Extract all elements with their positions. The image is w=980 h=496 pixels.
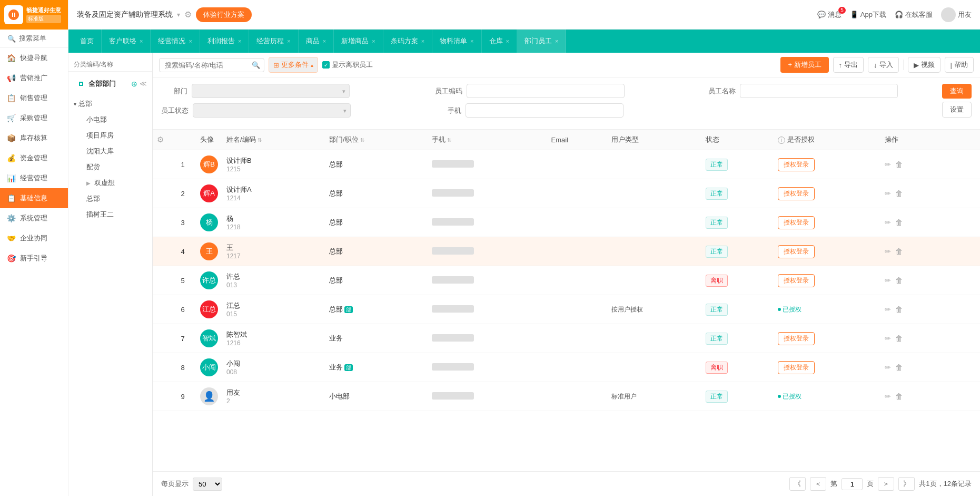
sidebar-item-marketing[interactable]: 📢 营销推广 xyxy=(0,68,68,88)
import-btn[interactable]: ↓ 导入 xyxy=(868,57,899,73)
dept-collapse-icon[interactable]: ≪ xyxy=(140,80,147,88)
th-name-sort[interactable]: 姓名/编码 ⇅ xyxy=(226,135,321,144)
auth-login-btn[interactable]: 授权登录 xyxy=(778,361,815,374)
auth-login-btn[interactable]: 授权登录 xyxy=(778,332,815,345)
filter-status-select[interactable] xyxy=(193,103,351,118)
show-inactive-label[interactable]: 显示离职员工 xyxy=(322,60,373,70)
dept-item-xiaodibu[interactable]: 小电部 xyxy=(79,112,152,128)
sidebar-item-corp-collab[interactable]: 🤝 企业协同 xyxy=(0,228,68,248)
col-settings-icon[interactable]: ⚙ xyxy=(157,135,164,144)
dept-search-input[interactable] xyxy=(74,61,153,68)
last-page-btn[interactable]: 》 xyxy=(898,477,915,491)
search-submit-icon[interactable]: 🔍 xyxy=(252,61,260,69)
filter-phone-input[interactable] xyxy=(466,103,623,118)
add-employee-btn[interactable]: + 新增员工 xyxy=(780,57,828,73)
dept-item-chashuwang[interactable]: 插树王二 xyxy=(79,207,152,222)
tab-op-history[interactable]: 经营历程 × xyxy=(249,30,298,53)
dept-item-xiangmu[interactable]: 项目库房 xyxy=(79,128,152,143)
sidebar-item-operation[interactable]: 📊 经营管理 xyxy=(0,168,68,188)
tab-operation-status[interactable]: 经营情况 × xyxy=(151,30,200,53)
tab-close-warehouse[interactable]: × xyxy=(506,38,509,44)
edit-icon[interactable]: ✏ xyxy=(885,392,891,401)
search-input[interactable] xyxy=(159,58,264,72)
dept-item-peihuo[interactable]: 配货 xyxy=(79,159,152,175)
edit-icon[interactable]: ✏ xyxy=(885,160,891,169)
tab-goods[interactable]: 商品 × xyxy=(299,30,334,53)
tab-close-op-status[interactable]: × xyxy=(189,38,192,44)
delete-icon[interactable]: 🗑 xyxy=(895,218,903,227)
online-service-item[interactable]: 🎧 在线客服 xyxy=(895,10,933,20)
edit-icon[interactable]: ✏ xyxy=(885,363,891,372)
app-download-item[interactable]: 📱 App下载 xyxy=(850,10,886,20)
edit-icon[interactable]: ✏ xyxy=(885,218,891,227)
tab-customer[interactable]: 客户联络 × xyxy=(102,30,151,53)
sidebar-item-quick-nav[interactable]: 🏠 快捷导航 xyxy=(0,48,68,68)
filter-empcode-input[interactable] xyxy=(467,84,625,98)
tab-close-bom[interactable]: × xyxy=(470,38,473,44)
sidebar-item-inventory[interactable]: 📦 库存核算 xyxy=(0,128,68,148)
edit-icon[interactable]: ✏ xyxy=(885,334,891,343)
sidebar-item-guide[interactable]: 🎯 新手引导 xyxy=(0,248,68,268)
video-btn[interactable]: ▶ 视频 xyxy=(908,57,941,73)
set-btn[interactable]: 设置 xyxy=(942,102,972,118)
page-input[interactable] xyxy=(842,478,863,490)
tab-profit[interactable]: 利润报告 × xyxy=(200,30,249,53)
first-page-btn[interactable]: 《 xyxy=(789,477,806,491)
tab-barcode[interactable]: 条码方案 × xyxy=(383,30,432,53)
tab-close-customer[interactable]: × xyxy=(140,38,143,44)
dept-add-icon[interactable]: ⊕ xyxy=(131,80,137,88)
auth-login-btn[interactable]: 授权登录 xyxy=(778,274,815,287)
more-conditions-btn[interactable]: ⊞ 更多条件 ▴ xyxy=(269,57,318,73)
topbar-dropdown-arrow[interactable]: ▾ xyxy=(177,11,180,18)
topbar-gear-icon[interactable]: ⚙ xyxy=(184,9,192,20)
page-size-select[interactable]: 50 20 100 xyxy=(193,478,222,491)
tab-bom[interactable]: 物料清单 × xyxy=(432,30,481,53)
sidebar-item-sales[interactable]: 📋 销售管理 xyxy=(0,88,68,108)
dept-tree-parent-zongbu[interactable]: ▾ 总部 xyxy=(68,96,152,112)
th-phone-sort[interactable]: 手机 ⇅ xyxy=(432,135,543,144)
delete-icon[interactable]: 🗑 xyxy=(895,363,903,372)
edit-icon[interactable]: ✏ xyxy=(885,305,891,314)
tab-warehouse[interactable]: 仓库 × xyxy=(482,30,517,53)
filter-empname-input[interactable] xyxy=(740,84,898,98)
tab-close-profit[interactable]: × xyxy=(238,38,241,44)
tab-add-goods[interactable]: 新增商品 × xyxy=(334,30,383,53)
show-inactive-checkbox[interactable] xyxy=(322,61,330,69)
search-menu-item[interactable]: 🔍 搜索菜单 xyxy=(0,30,68,48)
user-item[interactable]: 用友 xyxy=(941,7,972,22)
trial-btn[interactable]: 体验行业方案 xyxy=(196,7,252,22)
delete-icon[interactable]: 🗑 xyxy=(895,392,903,401)
info-icon[interactable]: i xyxy=(778,137,785,144)
next-page-btn[interactable]: ＞ xyxy=(878,477,894,491)
dept-item-shenyang[interactable]: 沈阳大库 xyxy=(79,143,152,159)
edit-icon[interactable]: ✏ xyxy=(885,189,891,198)
auth-login-btn[interactable]: 授权登录 xyxy=(778,158,815,171)
edit-icon[interactable]: ✏ xyxy=(885,276,891,285)
auth-login-btn[interactable]: 授权登录 xyxy=(778,187,815,200)
query-btn[interactable]: 查询 xyxy=(942,84,972,99)
prev-page-btn[interactable]: ＜ xyxy=(810,477,826,491)
tab-close-add-goods[interactable]: × xyxy=(372,38,375,44)
th-dept-sort[interactable]: 部门/职位 ⇅ xyxy=(329,135,423,144)
auth-login-btn[interactable]: 授权登录 xyxy=(778,216,815,229)
dept-item-zongbu2[interactable]: 总部 xyxy=(79,191,152,207)
sidebar-item-finance[interactable]: 💰 资金管理 xyxy=(0,148,68,168)
tab-close-barcode[interactable]: × xyxy=(421,38,424,44)
tab-close-op-history[interactable]: × xyxy=(287,38,290,44)
sidebar-item-purchase[interactable]: 🛒 采购管理 xyxy=(0,108,68,128)
delete-icon[interactable]: 🗑 xyxy=(895,189,903,198)
help-btn[interactable]: | 帮助 xyxy=(945,57,974,73)
delete-icon[interactable]: 🗑 xyxy=(895,276,903,285)
delete-icon[interactable]: 🗑 xyxy=(895,334,903,343)
auth-login-btn[interactable]: 授权登录 xyxy=(778,245,815,258)
message-item[interactable]: 💬 消息 5 xyxy=(817,10,842,20)
export-btn[interactable]: ↑ 导出 xyxy=(833,57,864,73)
tab-close-dept[interactable]: × xyxy=(555,38,558,44)
delete-icon[interactable]: 🗑 xyxy=(895,160,903,169)
edit-icon[interactable]: ✏ xyxy=(885,247,891,256)
delete-icon[interactable]: 🗑 xyxy=(895,305,903,314)
dept-item-shuang[interactable]: ▶ 双虚想 xyxy=(79,175,152,191)
sidebar-item-system[interactable]: ⚙️ 系统管理 xyxy=(0,208,68,228)
sidebar-item-basic-info[interactable]: 📋 基础信息 xyxy=(0,188,68,208)
delete-icon[interactable]: 🗑 xyxy=(895,247,903,256)
